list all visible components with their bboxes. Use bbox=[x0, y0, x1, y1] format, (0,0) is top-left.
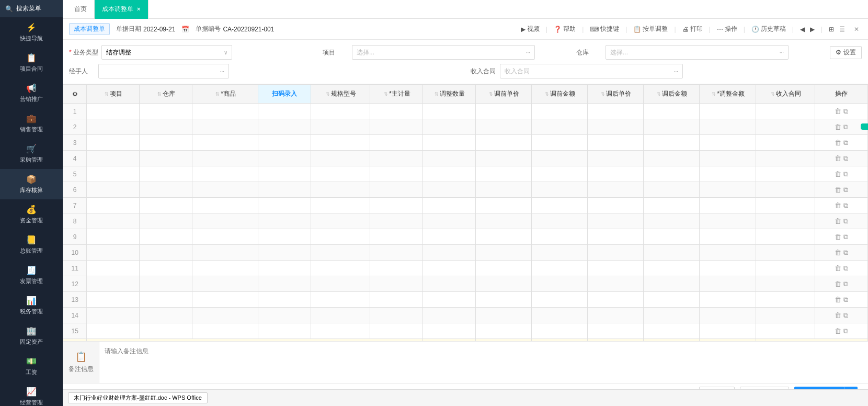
cell-income-10[interactable] bbox=[756, 245, 815, 261]
cell-unit-13[interactable] bbox=[370, 292, 423, 308]
delete-icon-9[interactable]: 🗑 bbox=[835, 233, 841, 241]
cell-unit-8[interactable] bbox=[370, 213, 423, 229]
cell-after-price-1[interactable] bbox=[588, 104, 644, 119]
toolbar-history[interactable]: 🕐 历史草稿 bbox=[751, 25, 786, 33]
cell-scan-12[interactable] bbox=[258, 276, 311, 292]
cell-scan-14[interactable] bbox=[258, 308, 311, 323]
th-settings[interactable]: ⚙ bbox=[63, 85, 87, 104]
cell-qty-1[interactable] bbox=[423, 104, 476, 119]
sidebar-item-inventory[interactable]: 📦 库存核算 bbox=[0, 169, 63, 199]
delete-icon-6[interactable]: 🗑 bbox=[835, 186, 841, 194]
cell-project-3[interactable] bbox=[87, 135, 140, 151]
cell-before-amt-3[interactable] bbox=[532, 135, 588, 151]
cell-after-price-14[interactable] bbox=[588, 308, 644, 323]
cell-qty-9[interactable] bbox=[423, 229, 476, 245]
cell-before-amt-5[interactable] bbox=[532, 166, 588, 182]
copy-icon-5[interactable]: ⧉ bbox=[843, 170, 848, 178]
cell-spec-10[interactable] bbox=[311, 245, 370, 261]
th-scan[interactable]: 扫码录入 bbox=[258, 85, 311, 104]
cell-after-amt-9[interactable] bbox=[644, 229, 700, 245]
cell-warehouse-8[interactable] bbox=[140, 213, 192, 229]
cell-warehouse-15[interactable] bbox=[140, 323, 192, 339]
cell-before-amt-10[interactable] bbox=[532, 245, 588, 261]
taskbar-item[interactable]: 木门行业好业财处理方案-墨红红.doc - WPS Office bbox=[68, 392, 208, 403]
cell-spec-3[interactable] bbox=[311, 135, 370, 151]
cell-goods-10[interactable] bbox=[192, 245, 258, 261]
cell-project-14[interactable] bbox=[87, 308, 140, 323]
cell-goods-3[interactable] bbox=[192, 135, 258, 151]
cell-warehouse-6[interactable] bbox=[140, 182, 192, 198]
agent-input[interactable]: ··· bbox=[98, 64, 229, 78]
cell-project-4[interactable] bbox=[87, 151, 140, 166]
cell-unit-3[interactable] bbox=[370, 135, 423, 151]
cell-project-7[interactable] bbox=[87, 198, 140, 213]
delete-icon-15[interactable]: 🗑 bbox=[835, 327, 841, 335]
cell-goods-11[interactable] bbox=[192, 261, 258, 276]
cell-spec-1[interactable] bbox=[311, 104, 370, 119]
toolbar-view[interactable]: ▶ 视频 bbox=[521, 25, 540, 33]
sidebar-item-payroll[interactable]: 💵 工资 bbox=[0, 351, 63, 381]
settings-button[interactable]: ⚙ 设置 bbox=[830, 46, 862, 59]
toolbar-shortcut[interactable]: ⌨ 快捷键 bbox=[590, 25, 619, 33]
th-goods[interactable]: ⇅ *商品 bbox=[192, 85, 258, 104]
cell-scan-6[interactable] bbox=[258, 182, 311, 198]
cell-unit-7[interactable] bbox=[370, 198, 423, 213]
cell-unit-4[interactable] bbox=[370, 151, 423, 166]
cell-warehouse-4[interactable] bbox=[140, 151, 192, 166]
cell-scan-8[interactable] bbox=[258, 213, 311, 229]
cell-after-price-9[interactable] bbox=[588, 229, 644, 245]
cell-after-price-12[interactable] bbox=[588, 276, 644, 292]
cell-unit-1[interactable] bbox=[370, 104, 423, 119]
copy-icon-6[interactable]: ⧉ bbox=[843, 186, 848, 194]
cell-adjust-amt-4[interactable] bbox=[700, 151, 756, 166]
cell-scan-13[interactable] bbox=[258, 292, 311, 308]
delete-icon-13[interactable]: 🗑 bbox=[835, 296, 841, 303]
sidebar-item-assets[interactable]: 🏢 固定资产 bbox=[0, 321, 63, 351]
cell-after-amt-3[interactable] bbox=[644, 135, 700, 151]
cell-goods-7[interactable] bbox=[192, 198, 258, 213]
delete-icon-2[interactable]: 🗑 bbox=[835, 123, 841, 131]
search-menu[interactable]: 🔍 搜索菜单 bbox=[0, 0, 63, 17]
cell-after-amt-12[interactable] bbox=[644, 276, 700, 292]
cell-before-amt-2[interactable] bbox=[532, 119, 588, 135]
cell-adjust-amt-15[interactable] bbox=[700, 323, 756, 339]
cell-qty-8[interactable] bbox=[423, 213, 476, 229]
cell-before-price-13[interactable] bbox=[475, 292, 531, 308]
cell-income-3[interactable] bbox=[756, 135, 815, 151]
cell-after-price-3[interactable] bbox=[588, 135, 644, 151]
cell-scan-11[interactable] bbox=[258, 261, 311, 276]
cell-spec-11[interactable] bbox=[311, 261, 370, 276]
copy-icon-15[interactable]: ⧉ bbox=[843, 327, 848, 335]
doc-date-icon[interactable]: 📅 bbox=[181, 26, 189, 33]
cell-project-5[interactable] bbox=[87, 166, 140, 182]
cell-unit-6[interactable] bbox=[370, 182, 423, 198]
copy-icon-7[interactable]: ⧉ bbox=[843, 201, 848, 210]
cell-after-amt-6[interactable] bbox=[644, 182, 700, 198]
cell-after-amt-5[interactable] bbox=[644, 166, 700, 182]
cell-qty-6[interactable] bbox=[423, 182, 476, 198]
cell-after-price-5[interactable] bbox=[588, 166, 644, 182]
cell-goods-13[interactable] bbox=[192, 292, 258, 308]
cell-after-price-10[interactable] bbox=[588, 245, 644, 261]
cell-before-amt-14[interactable] bbox=[532, 308, 588, 323]
cell-before-price-12[interactable] bbox=[475, 276, 531, 292]
cell-before-price-4[interactable] bbox=[475, 151, 531, 166]
cell-before-price-14[interactable] bbox=[475, 308, 531, 323]
tab-home[interactable]: 首页 bbox=[67, 0, 95, 19]
cell-after-price-7[interactable] bbox=[588, 198, 644, 213]
cell-project-2[interactable] bbox=[87, 119, 140, 135]
cell-project-10[interactable] bbox=[87, 245, 140, 261]
cell-after-amt-10[interactable] bbox=[644, 245, 700, 261]
delete-icon-7[interactable]: 🗑 bbox=[835, 201, 841, 209]
toolbar-help[interactable]: ❓ 帮助 bbox=[554, 25, 576, 33]
sidebar-item-marketing[interactable]: 📢 营销推广 bbox=[0, 78, 63, 108]
cell-warehouse-11[interactable] bbox=[140, 261, 192, 276]
cell-qty-10[interactable] bbox=[423, 245, 476, 261]
delete-icon-1[interactable]: 🗑 bbox=[835, 107, 841, 115]
cell-goods-8[interactable] bbox=[192, 213, 258, 229]
cell-warehouse-3[interactable] bbox=[140, 135, 192, 151]
cell-goods-4[interactable] bbox=[192, 151, 258, 166]
cell-spec-5[interactable] bbox=[311, 166, 370, 182]
cell-project-6[interactable] bbox=[87, 182, 140, 198]
copy-icon-11[interactable]: ⧉ bbox=[843, 264, 848, 273]
